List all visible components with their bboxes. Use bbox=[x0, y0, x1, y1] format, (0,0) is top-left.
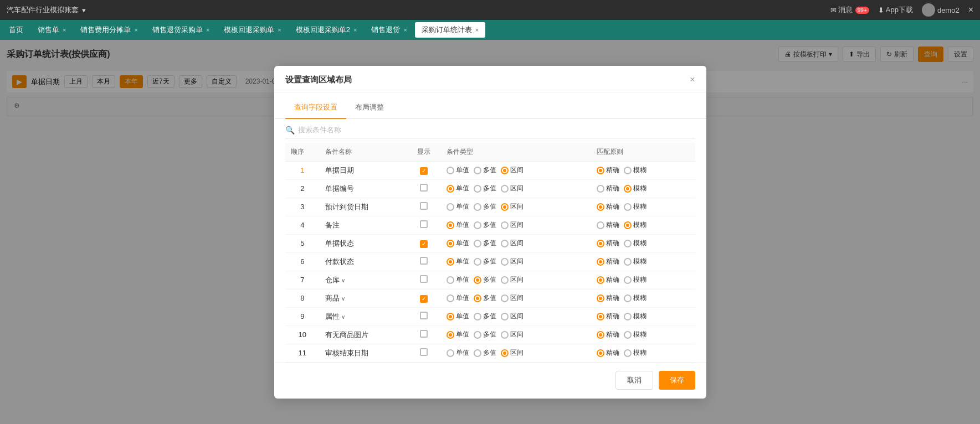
dialog-header: 设置查询区域布局 × bbox=[274, 66, 706, 92]
user-avatar[interactable]: demo2 bbox=[922, 3, 960, 17]
row-seq: 7 bbox=[285, 271, 320, 289]
tab-close-sales-return[interactable]: × bbox=[206, 27, 209, 33]
row-type: 单值多值区间 bbox=[441, 161, 591, 179]
row-display-checkbox[interactable] bbox=[406, 252, 441, 271]
row-condition-name: 商品 ∨ bbox=[320, 289, 406, 307]
tab-sales-expense[interactable]: 销售费用分摊单 × bbox=[74, 22, 144, 38]
row-display-checkbox[interactable] bbox=[406, 179, 441, 198]
row-seq: 9 bbox=[285, 307, 320, 325]
tab-purchase-stat[interactable]: 采购订单统计表 × bbox=[415, 22, 485, 38]
row-condition-name: 属性 ∨ bbox=[320, 307, 406, 325]
th-type: 条件类型 bbox=[441, 143, 591, 162]
top-nav-right: ✉ 消息 99+ ⬇ App下载 demo2 × bbox=[830, 3, 973, 17]
tab-template-return2[interactable]: 模板回退采购单2 × bbox=[289, 22, 364, 38]
download-btn[interactable]: ⬇ App下载 bbox=[878, 5, 913, 15]
dialog-tabs: 查询字段设置 布局调整 bbox=[274, 92, 706, 119]
row-condition-name: 付款状态 bbox=[320, 252, 406, 271]
row-type: 单值多值区间 bbox=[441, 289, 591, 307]
top-close-btn[interactable]: × bbox=[968, 5, 973, 15]
download-icon: ⬇ bbox=[878, 6, 884, 14]
tab-sales-return[interactable]: 销售退货采购单 × bbox=[146, 22, 216, 38]
tab-close-template-return[interactable]: × bbox=[278, 27, 281, 33]
table-row: 3预计到货日期单值多值区间精确模糊 bbox=[285, 198, 695, 216]
top-nav: 汽车配件行业模拟账套 ▾ ✉ 消息 99+ ⬇ App下载 demo2 × bbox=[0, 0, 980, 20]
tab-bar: 首页 销售单 × 销售费用分摊单 × 销售退货采购单 × 模板回退采购单 × 模… bbox=[0, 20, 980, 40]
dialog-search: 🔍 bbox=[285, 126, 695, 138]
tab-close-sales-refund[interactable]: × bbox=[403, 27, 407, 33]
row-condition-name: 备注 bbox=[320, 216, 406, 234]
row-type: 单值多值区间 bbox=[441, 344, 591, 362]
row-condition-name: 仓库 ∨ bbox=[320, 271, 406, 289]
table-row: 7仓库 ∨单值多值区间精确模糊 bbox=[285, 271, 695, 289]
th-match: 匹配原则 bbox=[591, 143, 695, 162]
row-type: 单值多值区间 bbox=[441, 234, 591, 252]
row-seq: 11 bbox=[285, 344, 320, 362]
table-row: 10有无商品图片单值多值区间精确模糊 bbox=[285, 325, 695, 344]
table-row: 5单据状态单值多值区间精确模糊 bbox=[285, 234, 695, 252]
row-display-checkbox[interactable] bbox=[406, 161, 441, 179]
row-display-checkbox[interactable] bbox=[406, 344, 441, 362]
tab-sales-refund[interactable]: 销售退货 × bbox=[365, 22, 413, 38]
table-row: 2单据编号单值多值区间精确模糊 bbox=[285, 179, 695, 198]
row-seq: 2 bbox=[285, 179, 320, 198]
search-icon: 🔍 bbox=[285, 126, 295, 135]
row-condition-name: 审核结束日期 bbox=[320, 344, 406, 362]
table-row: 9属性 ∨单值多值区间精确模糊 bbox=[285, 307, 695, 325]
dialog-title: 设置查询区域布局 bbox=[285, 75, 352, 85]
row-display-checkbox[interactable] bbox=[406, 289, 441, 307]
row-match: 精确模糊 bbox=[591, 216, 695, 234]
message-icon: ✉ bbox=[830, 6, 837, 14]
row-condition-name: 单据状态 bbox=[320, 234, 406, 252]
row-display-checkbox[interactable] bbox=[406, 271, 441, 289]
table-row: 8商品 ∨单值多值区间精确模糊 bbox=[285, 289, 695, 307]
row-seq: 3 bbox=[285, 198, 320, 216]
row-match: 精确模糊 bbox=[591, 161, 695, 179]
row-display-checkbox[interactable] bbox=[406, 234, 441, 252]
tab-close-sales-order[interactable]: × bbox=[63, 27, 66, 33]
save-button[interactable]: 保存 bbox=[659, 371, 695, 390]
dialog-footer: 取消 保存 bbox=[274, 363, 706, 399]
row-condition-name: 预计到货日期 bbox=[320, 198, 406, 216]
row-condition-name: 有无商品图片 bbox=[320, 325, 406, 344]
messages-btn[interactable]: ✉ 消息 99+ bbox=[830, 5, 869, 15]
condition-table: 顺序 条件名称 显示 条件类型 bbox=[285, 143, 695, 363]
row-display-checkbox[interactable] bbox=[406, 216, 441, 234]
tab-close-purchase-stat[interactable]: × bbox=[475, 27, 479, 33]
row-type: 单值多值区间 bbox=[441, 325, 591, 344]
row-match: 精确模糊 bbox=[591, 289, 695, 307]
table-row: 4备注单值多值区间精确模糊 bbox=[285, 216, 695, 234]
search-input[interactable] bbox=[298, 126, 409, 134]
tab-layout-adjust[interactable]: 布局调整 bbox=[346, 99, 393, 119]
th-name: 条件名称 bbox=[320, 143, 406, 162]
row-display-checkbox[interactable] bbox=[406, 325, 441, 344]
row-seq: 10 bbox=[285, 325, 320, 344]
row-seq: 5 bbox=[285, 234, 320, 252]
row-type: 单值多值区间 bbox=[441, 216, 591, 234]
row-match: 精确模糊 bbox=[591, 344, 695, 362]
table-row: 1单据日期单值多值区间精确模糊 bbox=[285, 161, 695, 179]
dropdown-icon[interactable]: ▾ bbox=[82, 6, 86, 14]
notification-badge: 99+ bbox=[855, 7, 869, 14]
tab-template-return[interactable]: 模板回退采购单 × bbox=[217, 22, 288, 38]
table-row: 6付款状态单值多值区间精确模糊 bbox=[285, 252, 695, 271]
row-seq: 6 bbox=[285, 252, 320, 271]
th-seq: 顺序 bbox=[285, 143, 320, 162]
table-header-row: 顺序 条件名称 显示 条件类型 bbox=[285, 143, 695, 162]
row-type: 单值多值区间 bbox=[441, 271, 591, 289]
cancel-button[interactable]: 取消 bbox=[615, 371, 653, 390]
tab-home[interactable]: 首页 bbox=[2, 22, 30, 38]
row-type: 单值多值区间 bbox=[441, 179, 591, 198]
row-display-checkbox[interactable] bbox=[406, 307, 441, 325]
row-type: 单值多值区间 bbox=[441, 252, 591, 271]
row-type: 单值多值区间 bbox=[441, 307, 591, 325]
dialog-close-btn[interactable]: × bbox=[690, 75, 695, 85]
tab-close-sales-expense[interactable]: × bbox=[134, 27, 137, 33]
dialog: 设置查询区域布局 × 查询字段设置 布局调整 🔍 bbox=[274, 66, 706, 399]
th-display: 显示 bbox=[406, 143, 441, 162]
tab-close-template-return2[interactable]: × bbox=[353, 27, 357, 33]
row-display-checkbox[interactable] bbox=[406, 198, 441, 216]
tab-sales-order[interactable]: 销售单 × bbox=[31, 22, 73, 38]
row-condition-name: 单据编号 bbox=[320, 179, 406, 198]
row-condition-name: 单据日期 bbox=[320, 161, 406, 179]
tab-query-fields[interactable]: 查询字段设置 bbox=[285, 99, 346, 119]
